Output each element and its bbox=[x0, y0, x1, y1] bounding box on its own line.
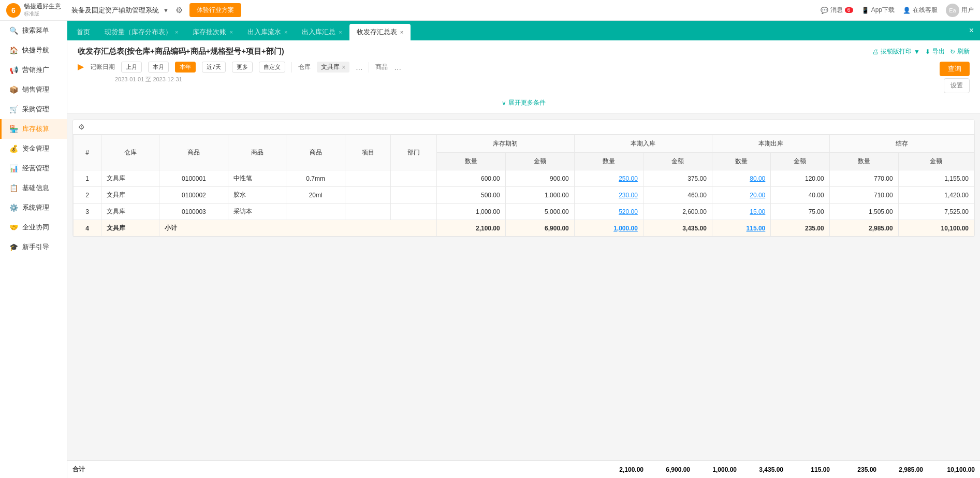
out-qty-link-2: 20.00 bbox=[750, 192, 765, 199]
date-btn-more[interactable]: 更多 bbox=[232, 62, 253, 73]
table-gear-icon[interactable]: ⚙ bbox=[78, 123, 85, 131]
th-code: 商品 bbox=[159, 135, 228, 170]
sidebar-item-purchase[interactable]: 🛒 采购管理 bbox=[0, 99, 67, 119]
expand-btn[interactable]: ∨ 展开更多条件 bbox=[502, 98, 546, 107]
date-btn-7days[interactable]: 近7天 bbox=[202, 62, 226, 73]
cell-subtotal-iqty[interactable]: 1,000.00 bbox=[574, 220, 643, 237]
th-balance: 结存 bbox=[829, 135, 974, 153]
cell-iamt-1: 375.00 bbox=[643, 170, 712, 187]
print-icon: 🖨 bbox=[872, 48, 879, 55]
tab-summary-close[interactable]: × bbox=[339, 29, 342, 35]
message-icon: 💬 bbox=[821, 7, 828, 14]
header-left: 6 畅捷通好生意 标准版 装备及固定资产辅助管理系统 ▼ ⚙ 体验行业方案 bbox=[6, 3, 241, 18]
sidebar-item-marketing[interactable]: 📢 营销推广 bbox=[0, 60, 67, 80]
cell-bqty-2: 710.00 bbox=[829, 187, 898, 204]
sidebar-item-basic[interactable]: 📋 基础信息 bbox=[0, 178, 67, 198]
cell-oqty-3: 1,000.00 bbox=[436, 204, 505, 220]
date-range-display: 2023-01-01 至 2023-12-31 bbox=[115, 76, 933, 83]
cell-oamt-3: 5,000.00 bbox=[505, 204, 574, 220]
user-area[interactable]: Ea 用户 bbox=[946, 4, 974, 17]
cell-oqty2-2[interactable]: 20.00 bbox=[712, 187, 770, 204]
tab-stock-dist[interactable]: 现货量（库存分布表） × bbox=[97, 24, 185, 40]
warehouse-tag-close[interactable]: × bbox=[342, 64, 345, 71]
sidebar-item-collab[interactable]: 🤝 企业协同 bbox=[0, 218, 67, 237]
tab-home-label: 首页 bbox=[77, 27, 90, 37]
footer-oqty2: 115.00 bbox=[783, 466, 830, 473]
try-btn[interactable]: 体验行业方案 bbox=[189, 3, 241, 17]
date-btn-this-month[interactable]: 本月 bbox=[148, 62, 169, 73]
tab-summary[interactable]: 出入库汇总 × bbox=[295, 24, 349, 40]
sidebar-item-inventory[interactable]: 🏪 库存核算 bbox=[0, 119, 67, 139]
goods-more-btn[interactable]: ... bbox=[394, 63, 401, 72]
table-row: 2 文具库 0100002 胶水 20ml 500.00 1,000.00 23… bbox=[74, 187, 974, 204]
user-label: 用户 bbox=[961, 6, 974, 15]
cell-subtotal-label: 小计 bbox=[159, 220, 436, 237]
tab-stock-dist-label: 现货量（库存分布表） bbox=[105, 27, 172, 37]
system-dropdown-btn[interactable]: ▼ bbox=[163, 7, 169, 13]
message-label: 消息 bbox=[830, 6, 843, 15]
export-label: 导出 bbox=[932, 47, 945, 56]
settings-btn[interactable]: 设置 bbox=[944, 78, 970, 93]
cell-iamt-3: 2,600.00 bbox=[643, 204, 712, 220]
footer-oamt2: 235.00 bbox=[830, 466, 876, 473]
sidebar-item-system[interactable]: ⚙️ 系统管理 bbox=[0, 198, 67, 218]
query-btn[interactable]: 查询 bbox=[940, 62, 970, 76]
export-btn[interactable]: ⬇ 导出 bbox=[925, 47, 945, 56]
logo-area: 6 畅捷通好生意 标准版 bbox=[6, 3, 61, 18]
th-spec: 商品 bbox=[286, 135, 345, 170]
guide-icon: 🎓 bbox=[9, 243, 18, 251]
sidebar-item-finance[interactable]: 💰 资金管理 bbox=[0, 139, 67, 158]
tab-summary-label: 出入库汇总 bbox=[302, 27, 335, 37]
cell-bamt-1: 1,155.00 bbox=[898, 170, 974, 187]
settings-icon[interactable]: ⚙ bbox=[173, 4, 185, 17]
sidebar-label-search: 搜索菜单 bbox=[22, 26, 49, 35]
cell-oqty2-3[interactable]: 15.00 bbox=[712, 204, 770, 220]
cell-oamt2-1: 120.00 bbox=[771, 170, 829, 187]
table-area: ⚙ # 仓库 商品 商品 商品 项目 部门 库存期初 本期入库 本期出库 bbox=[72, 119, 975, 237]
in-qty-link-1: 250.00 bbox=[619, 175, 638, 182]
sidebar-item-nav[interactable]: 🏠 快捷导航 bbox=[0, 40, 67, 60]
cell-iqty-1[interactable]: 250.00 bbox=[574, 170, 643, 187]
refresh-btn[interactable]: ↻ 刷新 bbox=[950, 47, 970, 56]
cell-subtotal-oqty2[interactable]: 115.00 bbox=[712, 220, 770, 237]
message-action[interactable]: 💬 消息 6 bbox=[821, 6, 853, 15]
inventory-icon: 🏪 bbox=[9, 125, 18, 133]
sidebar-item-search[interactable]: 🔍 搜索菜单 bbox=[0, 21, 67, 40]
tab-batch-close[interactable]: × bbox=[229, 29, 232, 35]
sidebar-item-management[interactable]: 📊 经营管理 bbox=[0, 158, 67, 178]
cell-code-3: 0100003 bbox=[159, 204, 228, 220]
tab-batch[interactable]: 库存批次账 × bbox=[185, 24, 240, 40]
online-service-action[interactable]: 👤 在线客服 bbox=[903, 6, 938, 15]
cell-iamt-2: 460.00 bbox=[643, 187, 712, 204]
cell-name-3: 采访本 bbox=[228, 204, 286, 220]
cell-iqty-3[interactable]: 520.00 bbox=[574, 204, 643, 220]
logo-line2: 标准版 bbox=[24, 10, 61, 18]
cell-bamt-3: 7,525.00 bbox=[898, 204, 974, 220]
tab-rfs[interactable]: 收发存汇总表 × bbox=[349, 24, 411, 40]
sidebar-item-guide[interactable]: 🎓 新手引导 bbox=[0, 237, 67, 257]
warehouse-tag-text: 文具库 bbox=[321, 63, 340, 71]
print-btn[interactable]: 🖨 拔锁版打印 ▼ bbox=[872, 47, 920, 56]
tab-home[interactable]: 首页 bbox=[69, 24, 97, 40]
sidebar-item-sales[interactable]: 📦 销售管理 bbox=[0, 80, 67, 99]
tab-bar-close-btn[interactable]: × bbox=[965, 26, 978, 35]
cell-iqty-2[interactable]: 230.00 bbox=[574, 187, 643, 204]
app-download-action[interactable]: 📱 App下载 bbox=[861, 6, 895, 15]
th-name: 商品 bbox=[228, 135, 286, 170]
warehouse-more-btn[interactable]: ... bbox=[356, 63, 362, 72]
th-in-amt: 金额 bbox=[643, 153, 712, 170]
cell-subtotal-bamt: 10,100.00 bbox=[898, 220, 974, 237]
tab-flow[interactable]: 出入库流水 × bbox=[240, 24, 295, 40]
tab-rfs-close[interactable]: × bbox=[400, 29, 403, 35]
cell-serial-2: 2 bbox=[74, 187, 101, 204]
logo-line1: 畅捷通好生意 bbox=[24, 3, 61, 11]
tab-flow-close[interactable]: × bbox=[284, 29, 287, 35]
cell-oqty-1: 600.00 bbox=[436, 170, 505, 187]
filter-toggle-btn[interactable]: ▶ bbox=[78, 62, 84, 71]
date-btn-this-year[interactable]: 本年 bbox=[175, 62, 196, 73]
tab-stock-dist-close[interactable]: × bbox=[175, 29, 178, 35]
date-btn-custom[interactable]: 自定义 bbox=[259, 62, 285, 73]
date-btn-last-month[interactable]: 上月 bbox=[121, 62, 142, 73]
cell-oqty2-1[interactable]: 80.00 bbox=[712, 170, 770, 187]
cell-warehouse-3: 文具库 bbox=[101, 204, 159, 220]
